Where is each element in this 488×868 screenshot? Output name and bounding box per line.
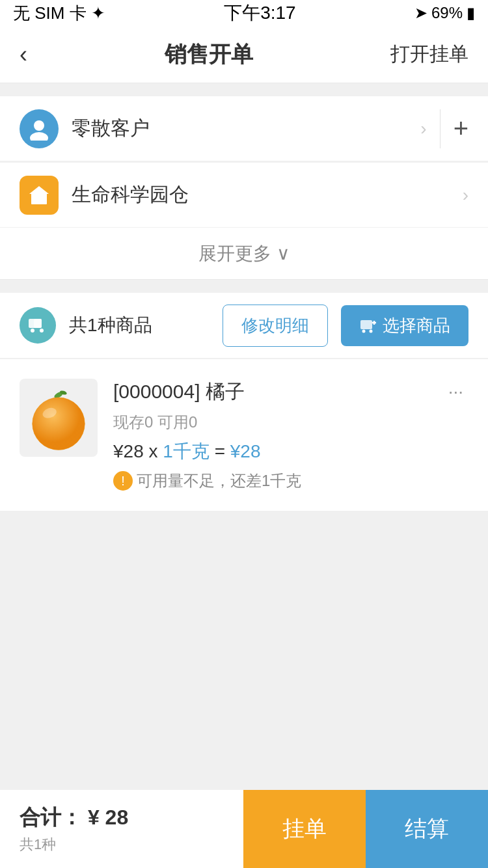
svg-point-11 [362, 330, 366, 333]
warehouse-icon [20, 176, 59, 215]
add-customer-button[interactable]: + [440, 109, 468, 148]
svg-point-7 [40, 329, 44, 332]
expand-more-row[interactable]: 展开更多 ∨ [0, 228, 488, 280]
total-value: ¥28 [230, 441, 261, 461]
open-pending-button[interactable]: 打开挂单 [390, 41, 468, 68]
equals-sign: = [215, 441, 230, 461]
warehouse-row[interactable]: 生命科学园仓 › [0, 163, 488, 228]
battery-icon: ▮ [467, 4, 475, 22]
total-label: 合计： [20, 806, 82, 829]
status-right: ➤ 69% ▮ [414, 4, 475, 22]
nav-bar: ‹ 销售开单 打开挂单 [0, 26, 488, 83]
cart-icon [27, 315, 48, 336]
quantity-value: 1千克 [163, 441, 210, 461]
person-icon [27, 117, 51, 141]
product-item: [0000004] 橘子 现存0 可用0 ¥28 x 1千克 = ¥28 ! 可… [0, 359, 488, 511]
chevron-down-icon: ∨ [277, 243, 290, 264]
product-count-icon [20, 307, 56, 344]
orange-image [23, 382, 94, 454]
select-product-label: 选择商品 [383, 314, 450, 337]
warning-icon: ! [113, 471, 133, 491]
product-warning: ! 可用量不足，还差1千克 [113, 470, 427, 491]
checkout-button[interactable]: 结算 [366, 790, 488, 868]
battery-label: 69% [431, 4, 463, 22]
warehouse-name: 生命科学园仓 [72, 182, 463, 208]
select-product-button[interactable]: 选择商品 [341, 305, 468, 346]
svg-point-6 [31, 329, 34, 332]
svg-marker-3 [29, 186, 49, 194]
svg-rect-8 [360, 320, 372, 329]
customer-avatar [20, 109, 59, 148]
product-price: ¥28 x 1千克 = ¥28 [113, 439, 427, 464]
product-header: 共1种商品 修改明细 选择商品 [0, 293, 488, 358]
add-cart-icon [359, 316, 377, 334]
svg-point-1 [30, 132, 48, 141]
multiply-sign: x [149, 441, 163, 461]
svg-point-0 [34, 120, 44, 131]
svg-rect-5 [34, 319, 42, 328]
total-amount: 合计： ¥ 28 [20, 804, 224, 832]
total-value: ¥ 28 [88, 806, 128, 829]
location-icon: ➤ [414, 4, 427, 22]
price-value: ¥28 [113, 441, 144, 461]
product-name: [0000004] 橘子 [113, 379, 427, 405]
divider-top [0, 83, 488, 96]
svg-rect-2 [31, 193, 47, 204]
status-left: 无 SIM 卡 ✦ [13, 2, 105, 25]
page-title: 销售开单 [165, 40, 253, 70]
product-menu-button[interactable]: ··· [443, 379, 468, 405]
bottom-bar: 合计： ¥ 28 共1种 挂单 结算 [0, 790, 488, 868]
building-icon [27, 183, 51, 207]
warehouse-arrow-icon: › [463, 185, 468, 206]
sim-label: 无 SIM 卡 ✦ [13, 2, 105, 25]
status-bar: 无 SIM 卡 ✦ 下午3:17 ➤ 69% ▮ [0, 0, 488, 26]
back-button[interactable]: ‹ [20, 41, 27, 68]
product-count-label: 共1种商品 [69, 313, 210, 338]
customer-row[interactable]: 零散客户 › + [0, 96, 488, 161]
status-time: 下午3:17 [224, 1, 296, 25]
total-section: 合计： ¥ 28 共1种 [0, 804, 243, 854]
warning-text: 可用量不足，还差1千克 [137, 470, 301, 491]
product-stock: 现存0 可用0 [113, 412, 427, 433]
product-info: [0000004] 橘子 现存0 可用0 ¥28 x 1千克 = ¥28 ! 可… [113, 379, 427, 491]
customer-name: 零散客户 [72, 115, 420, 142]
expand-more-label: 展开更多 [198, 241, 271, 266]
customer-arrow-icon: › [420, 118, 426, 139]
modify-detail-button[interactable]: 修改明细 [223, 305, 328, 347]
total-count: 共1种 [20, 835, 224, 854]
hang-order-button[interactable]: 挂单 [243, 790, 366, 868]
svg-point-12 [370, 330, 373, 333]
product-image [20, 379, 98, 457]
